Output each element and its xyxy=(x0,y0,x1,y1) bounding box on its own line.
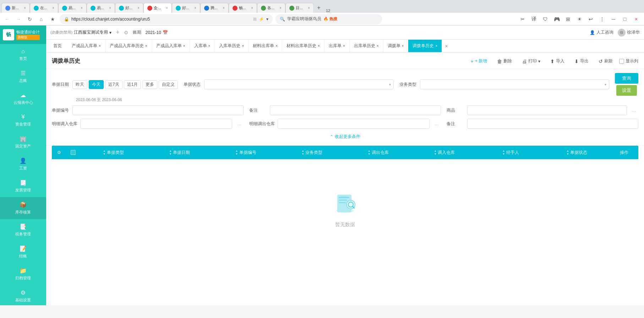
page-tab-8-close[interactable]: × xyxy=(343,44,345,48)
favorite-button[interactable]: ★ xyxy=(48,15,57,23)
th-in-warehouse[interactable]: ▲▼ 调入仓库 xyxy=(411,150,478,156)
period-selector[interactable]: 2021-10 📅 xyxy=(146,30,168,35)
tab-3[interactable]: 易... × xyxy=(58,3,87,13)
sidebar-item-home[interactable]: ⌂ 首页 xyxy=(0,44,46,66)
th-doc-no[interactable]: ▲▼ 单据编号 xyxy=(213,150,279,156)
doc-no-input[interactable] xyxy=(72,105,244,115)
home-button[interactable]: ⌂ xyxy=(37,15,45,23)
column-settings-button[interactable]: 设置 xyxy=(616,85,637,96)
grid-icon[interactable]: ⊞ xyxy=(563,14,573,24)
tab-1[interactable]: 新... × xyxy=(1,3,30,13)
page-tab-4[interactable]: 入库单 × xyxy=(190,40,215,52)
date-btn-7days[interactable]: 近7天 xyxy=(105,80,122,89)
status-select[interactable] xyxy=(204,79,393,89)
remark-input[interactable] xyxy=(270,105,441,115)
tab-11[interactable]: 目... × xyxy=(285,3,314,13)
goods-input[interactable] xyxy=(467,105,627,115)
tab-1-close[interactable]: × xyxy=(24,6,26,10)
collapse-conditions-button[interactable]: ⌃ 收起更多条件 xyxy=(52,132,638,141)
sidebar-item-wage[interactable]: 👤 工资 xyxy=(0,153,46,175)
tab-9-close[interactable]: × xyxy=(251,6,253,10)
page-tab-home[interactable]: 首页 xyxy=(48,40,67,52)
translate-icon[interactable]: 译 xyxy=(529,14,539,24)
tab-10[interactable]: 各... × xyxy=(257,3,285,13)
menu-icon[interactable]: ⋮ xyxy=(597,14,607,24)
date-btn-1month[interactable]: 近1月 xyxy=(124,80,141,89)
sidebar-item-archive[interactable]: 📁 归档管理 xyxy=(0,263,46,285)
refresh-button[interactable]: ↺ 刷新 xyxy=(595,57,616,66)
import-button[interactable]: ⬆ 导入 xyxy=(547,57,568,66)
page-tab-6-close[interactable]: × xyxy=(275,44,278,48)
sidebar-item-ledger[interactable]: ☰ 总账 xyxy=(0,66,46,88)
page-tab-10[interactable]: 调拨单 × xyxy=(383,40,409,52)
forward-button[interactable]: → xyxy=(14,15,23,23)
th-settings[interactable]: ⚙ xyxy=(52,150,66,155)
page-tab-4-close[interactable]: × xyxy=(208,44,211,48)
page-tab-global-close[interactable]: × xyxy=(442,43,451,49)
export-button[interactable]: ⬇ 导出 xyxy=(571,57,592,66)
page-tab-10-close[interactable]: × xyxy=(402,44,404,48)
dropdown-icon[interactable]: ▾ xyxy=(266,17,268,22)
tab-10-close[interactable]: × xyxy=(279,6,282,10)
undo-icon[interactable]: ↩ xyxy=(586,14,596,24)
page-tab-11-close[interactable]: × xyxy=(435,44,437,48)
page-tab-3-close[interactable]: × xyxy=(183,44,185,48)
sidebar-item-asset[interactable]: 🏢 固定资产 xyxy=(0,131,46,153)
page-tab-2-close[interactable]: × xyxy=(145,44,147,48)
page-tab-5[interactable]: 入库单历史 × xyxy=(215,40,249,52)
sidebar-item-settings[interactable]: ⚙ 基础设置 xyxy=(0,285,46,305)
date-btn-custom[interactable]: 自定义 xyxy=(159,80,178,89)
sidebar-item-capital[interactable]: ¥ 资金管理 xyxy=(0,110,46,131)
page-tab-7[interactable]: 材料出库单历史 × xyxy=(282,40,324,52)
sidebar-item-closing[interactable]: 📝 结账 xyxy=(0,241,46,263)
tab-2-close[interactable]: × xyxy=(52,6,54,10)
page-tab-3[interactable]: 产成品入库单 × xyxy=(152,40,190,52)
shield-icon[interactable]: 🛡 xyxy=(540,14,550,24)
th-biz-type[interactable]: ▲▼ 业务类型 xyxy=(279,150,345,156)
sidebar-item-tax[interactable]: 📑 税务管理 xyxy=(0,219,46,241)
address-input[interactable]: 🔒 https://cloud.chanjet.com/accounting/u… xyxy=(60,14,273,24)
tab-8-close[interactable]: × xyxy=(223,6,225,10)
display-cols-toggle[interactable]: 显示列 xyxy=(619,58,638,64)
page-tab-8[interactable]: 出库单 × xyxy=(324,40,350,52)
page-tab-1[interactable]: 产成品入库单 × xyxy=(67,40,105,52)
out-warehouse-input[interactable] xyxy=(278,119,430,129)
remark2-input[interactable] xyxy=(467,119,638,129)
add-company-button[interactable]: + xyxy=(116,29,120,36)
query-button[interactable]: 查询 xyxy=(615,73,638,84)
game-icon[interactable]: 🎮 xyxy=(552,14,562,24)
tab-4[interactable]: 易... × xyxy=(87,3,115,13)
search-bar[interactable]: 🔍 学霸应聘场驱鸟员 🔥 热搜 xyxy=(275,14,382,24)
new-button[interactable]: + + 新增 xyxy=(467,57,491,66)
page-tab-6[interactable]: 材料出库单 × xyxy=(249,40,282,52)
sidebar-item-invoice[interactable]: 🧾 发票管理 xyxy=(0,175,46,197)
page-tab-11[interactable]: 调拨单历史 × xyxy=(408,40,442,52)
tab-3-close[interactable]: × xyxy=(81,6,83,10)
window-close-icon[interactable]: × xyxy=(631,14,641,24)
page-tab-1-close[interactable]: × xyxy=(99,44,101,48)
tab-7-close[interactable]: × xyxy=(194,6,196,10)
back-button[interactable]: ← xyxy=(3,15,11,23)
tab-4-close[interactable]: × xyxy=(109,6,111,10)
user-menu[interactable]: 徐 徐泽华 xyxy=(618,29,640,37)
settings-gear-icon[interactable]: ⚙ xyxy=(124,30,129,35)
in-warehouse-input[interactable] xyxy=(80,119,232,129)
sidebar-item-inventory[interactable]: 📦 库存核算 xyxy=(0,197,46,219)
th-doc-date[interactable]: ▲▼ 单据日期 xyxy=(147,150,213,156)
company-selector[interactable]: (勿删勿禁用) 江西服宝测试专用 ▾ xyxy=(50,29,111,35)
th-doc-status[interactable]: ▲▼ 单据状态 xyxy=(544,150,610,156)
consult-button[interactable]: 👤 人工咨询 xyxy=(590,29,613,35)
delete-button[interactable]: 🗑 删除 xyxy=(493,57,515,66)
page-tab-9[interactable]: 出库单历史 × xyxy=(350,40,383,52)
th-doc-type[interactable]: ▲▼ 单据类型 xyxy=(80,150,147,156)
th-checkbox[interactable] xyxy=(66,150,80,155)
tab-8[interactable]: 腾... × xyxy=(200,3,229,13)
minimize-icon[interactable]: ─ xyxy=(608,14,618,24)
print-button[interactable]: 🖨 打印 ▾ xyxy=(518,57,544,66)
page-tab-7-close[interactable]: × xyxy=(318,44,320,48)
date-btn-yesterday[interactable]: 昨天 xyxy=(72,80,87,89)
tab-5[interactable]: 好... × xyxy=(115,3,143,13)
goods-ellipsis-btn[interactable]: … xyxy=(630,107,638,113)
tab-9[interactable]: 畅... × xyxy=(229,3,257,13)
tab-6[interactable]: 企... × xyxy=(143,3,172,13)
